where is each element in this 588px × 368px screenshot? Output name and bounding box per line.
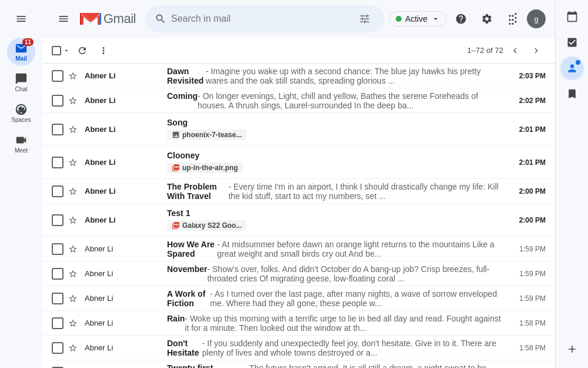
email-star[interactable] xyxy=(68,294,80,303)
email-star[interactable] xyxy=(68,125,80,134)
search-options-btn[interactable] xyxy=(354,8,375,29)
toolbar-left xyxy=(52,41,113,60)
help-btn[interactable] xyxy=(449,7,473,31)
email-checkbox[interactable] xyxy=(52,185,64,197)
email-checkbox[interactable] xyxy=(52,157,64,168)
email-star[interactable] xyxy=(68,269,80,279)
active-status-btn[interactable]: Active xyxy=(389,11,447,26)
select-all-checkbox[interactable] xyxy=(52,46,61,55)
email-subject-snippet-wrapper: Don't Hesitate - If you suddenly and une… xyxy=(167,339,503,357)
email-attachment: Galaxy S22 Goo... xyxy=(167,219,503,231)
email-checkbox[interactable] xyxy=(52,70,64,82)
rp-add-btn[interactable] xyxy=(560,337,584,361)
email-checkbox[interactable] xyxy=(52,268,64,280)
email-snippet: - The future hasn't arrived. It is all s… xyxy=(245,363,503,369)
user-avatar[interactable]: g xyxy=(527,9,546,28)
sidebar-item-chat[interactable]: Chat xyxy=(7,68,35,97)
email-subject: Song xyxy=(167,118,188,127)
tasks-icon xyxy=(566,37,578,48)
email-checkbox[interactable] xyxy=(52,124,64,135)
hamburger-icon xyxy=(15,13,27,25)
hamburger-btn[interactable] xyxy=(52,7,75,31)
email-sender: Abner Li xyxy=(85,216,167,224)
email-subject: A Work of Fiction xyxy=(167,289,210,308)
email-star[interactable] xyxy=(68,343,80,353)
email-sender: Abner Li xyxy=(85,71,167,80)
select-dropdown-icon[interactable] xyxy=(62,47,71,55)
email-subject-snippet-wrapper: Coming - On longer evenings, Light, chil… xyxy=(167,91,503,110)
email-checkbox[interactable] xyxy=(52,317,64,329)
email-subject: November xyxy=(167,264,207,283)
table-row[interactable]: Abner LiThe Problem With Travel - Every … xyxy=(42,179,555,204)
email-checkbox[interactable] xyxy=(52,243,64,255)
menu-icon-btn[interactable] xyxy=(7,5,35,33)
sidebar-item-spaces[interactable]: Spaces xyxy=(7,99,35,127)
chevron-left-icon xyxy=(510,45,520,56)
table-row[interactable]: Abner LiSongphoenix-7-tease...2:01 PM xyxy=(42,113,555,146)
chevron-down-icon xyxy=(431,14,440,24)
table-row[interactable]: Abner LiA Work of Fiction - As I turned … xyxy=(42,286,555,311)
email-subject: Rain xyxy=(167,314,185,333)
email-time: 1:59 PM xyxy=(503,245,546,253)
table-row[interactable]: Abner LiDon't Hesitate - If you suddenly… xyxy=(42,336,555,360)
email-subject-snippet-wrapper: Songphoenix-7-tease... xyxy=(167,118,503,141)
sidebar-chat-label: Chat xyxy=(15,86,27,92)
table-row[interactable]: Abner LiTwenty-first Century Fireworks -… xyxy=(42,360,555,368)
email-subject: Don't Hesitate xyxy=(167,339,202,357)
topbar-right: Active xyxy=(389,7,546,31)
email-star[interactable] xyxy=(68,71,80,81)
email-sender: Abner Li xyxy=(85,244,167,253)
table-row[interactable]: Abner LiHow We Are Spared - At midsummer… xyxy=(42,237,555,261)
refresh-btn[interactable] xyxy=(73,41,92,60)
rp-tasks-btn[interactable] xyxy=(560,31,584,54)
search-options-icon xyxy=(359,13,370,25)
main-content: Gmail Active xyxy=(42,0,555,368)
table-row[interactable]: Abner LiRain - Woke up this morning with… xyxy=(42,311,555,336)
email-star[interactable] xyxy=(68,216,80,225)
table-row[interactable]: Abner LiDawn Revisited - Imagine you wak… xyxy=(42,64,555,88)
rp-calendar-btn[interactable] xyxy=(560,5,584,28)
email-sender: Abner Li xyxy=(85,269,167,278)
gmail-text: Gmail xyxy=(103,11,136,26)
more-vert-icon xyxy=(98,45,109,56)
table-row[interactable]: Abner LiNovember - Show's over, folks. A… xyxy=(42,261,555,286)
settings-btn[interactable] xyxy=(475,7,499,31)
email-checkbox[interactable] xyxy=(52,342,64,354)
apps-btn[interactable] xyxy=(501,7,524,31)
sidebar-mail-label: Mail xyxy=(15,55,26,62)
sidebar: 11 Mail Chat Spaces Meet xyxy=(0,0,42,368)
sidebar-item-meet[interactable]: Meet xyxy=(7,130,35,158)
table-row[interactable]: Abner LiComing - On longer evenings, Lig… xyxy=(42,88,555,113)
table-row[interactable]: Abner LiClooneyup-in-the-air.png2:01 PM xyxy=(42,146,555,179)
prev-page-btn[interactable] xyxy=(506,41,524,60)
email-snippet: - Show's over, folks. And didn't October… xyxy=(207,264,503,283)
email-sender: Abner Li xyxy=(85,125,167,134)
rp-contacts-btn[interactable] xyxy=(560,57,584,80)
search-bar[interactable] xyxy=(145,5,385,32)
next-page-btn[interactable] xyxy=(527,41,546,60)
email-star[interactable] xyxy=(68,187,80,196)
email-subject-snippet-wrapper: Dawn Revisited - Imagine you wake up wit… xyxy=(167,67,503,85)
email-subject-snippet-wrapper: A Work of Fiction - As I turned over the… xyxy=(167,289,503,308)
email-checkbox[interactable] xyxy=(52,293,64,304)
email-star[interactable] xyxy=(68,158,80,167)
table-row[interactable]: Abner LiTest 1Galaxy S22 Goo...2:00 PM xyxy=(42,204,555,237)
email-star[interactable] xyxy=(68,319,80,328)
search-input[interactable] xyxy=(171,14,354,24)
email-star[interactable] xyxy=(68,96,80,105)
rp-keep-btn[interactable] xyxy=(560,82,584,106)
email-star[interactable] xyxy=(68,244,80,254)
email-subject-snippet-wrapper: Test 1Galaxy S22 Goo... xyxy=(167,208,503,231)
select-all-btn[interactable] xyxy=(52,41,71,60)
sidebar-item-mail[interactable]: 11 Mail xyxy=(7,38,35,66)
email-sender: Abner Li xyxy=(85,96,167,105)
email-checkbox[interactable] xyxy=(52,214,64,226)
more-options-btn[interactable] xyxy=(94,41,113,60)
email-subject-snippet-wrapper: How We Are Spared - At midsummer before … xyxy=(167,240,503,258)
email-time: 2:02 PM xyxy=(503,97,546,105)
email-checkbox[interactable] xyxy=(52,95,64,107)
gmail-m-icon xyxy=(80,11,101,27)
email-snippet: - If you suddenly and unexpectedly feel … xyxy=(202,339,503,357)
email-subject: Twenty-first Century Fireworks xyxy=(167,363,245,369)
keep-icon xyxy=(566,88,578,100)
